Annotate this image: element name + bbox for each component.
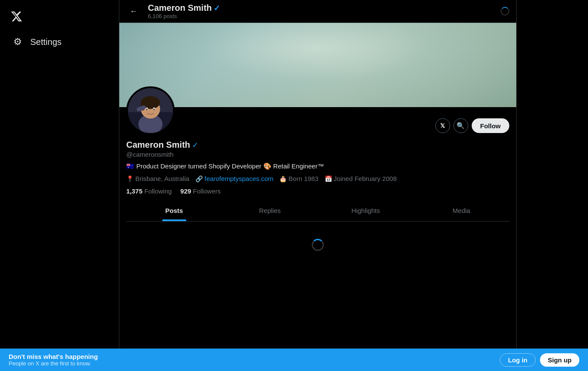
tab-highlights-label: Highlights xyxy=(352,207,380,214)
profile-location: 📍 Brisbane, Australia xyxy=(126,175,189,182)
nav-title-text: Cameron Smith xyxy=(148,3,212,13)
profile-name-row: Cameron Smith ✓ xyxy=(126,140,509,150)
loading-area xyxy=(119,222,516,268)
loading-spinner xyxy=(312,239,324,251)
tab-posts-label: Posts xyxy=(165,207,183,214)
location-icon: 📍 xyxy=(126,175,134,182)
link-icon: 🔗 xyxy=(195,175,203,182)
tab-highlights[interactable]: Highlights xyxy=(318,200,414,221)
tab-posts[interactable]: Posts xyxy=(126,200,222,221)
svg-point-10 xyxy=(153,108,155,111)
profile-handle: @cameronsmith xyxy=(126,151,509,158)
tab-replies-label: Replies xyxy=(259,207,281,214)
nav-title: Cameron Smith ✓ xyxy=(148,3,220,13)
profile-joined: 📅 Joined February 2008 xyxy=(325,175,397,182)
x-logo-button[interactable] xyxy=(5,5,28,28)
followers-count: 929 xyxy=(180,187,191,195)
bottom-bar-subtitle: People on X are the first to know. xyxy=(9,360,500,367)
sidebar: ⚙ Settings xyxy=(0,0,119,371)
following-label: Following xyxy=(144,187,172,195)
login-button[interactable]: Log in xyxy=(500,353,536,367)
search-icon: 🔍 xyxy=(457,122,465,130)
profile-verified-badge: ✓ xyxy=(192,140,198,150)
tab-media[interactable]: Media xyxy=(414,200,510,221)
location-text: Brisbane, Australia xyxy=(135,175,189,182)
search-profile-button[interactable]: 🔍 xyxy=(454,118,468,133)
main-content: ← Cameron Smith ✓ 6,106 posts xyxy=(119,0,517,371)
follow-button[interactable]: Follow xyxy=(472,118,510,133)
avatar-svg xyxy=(128,88,173,133)
bottom-bar: Don't miss what's happening People on X … xyxy=(0,349,588,371)
nav-verified-badge: ✓ xyxy=(214,3,220,13)
bottom-bar-text: Don't miss what's happening People on X … xyxy=(9,353,500,367)
profile-website[interactable]: 🔗 fearofemptyspaces.com xyxy=(195,175,273,182)
top-nav: ← Cameron Smith ✓ 6,106 posts xyxy=(119,0,516,23)
action-buttons: 𝕏 🔍 Follow xyxy=(435,118,510,135)
xl-icon-button[interactable]: 𝕏 xyxy=(435,118,450,133)
x-logo-icon xyxy=(10,10,22,22)
xl-icon: 𝕏 xyxy=(440,122,445,129)
following-stat[interactable]: 1,375 Following xyxy=(126,187,172,195)
sidebar-item-settings[interactable]: ⚙ Settings xyxy=(5,31,114,53)
nav-title-block: Cameron Smith ✓ 6,106 posts xyxy=(148,3,220,19)
avatar-actions-row: 𝕏 🔍 Follow xyxy=(126,86,509,135)
tab-media-label: Media xyxy=(453,207,470,214)
website-link[interactable]: fearofemptyspaces.com xyxy=(205,175,273,182)
profile-birthday: 🎂 Born 1983 xyxy=(279,175,318,182)
profile-bio: 🇦🇺 Product Designer turned Shopify Devel… xyxy=(126,162,509,171)
joined-text: Joined February 2008 xyxy=(334,175,397,182)
settings-icon: ⚙ xyxy=(12,36,23,48)
profile-meta: 📍 Brisbane, Australia 🔗 fearofemptyspace… xyxy=(126,175,509,182)
bottom-bar-actions: Log in Sign up xyxy=(500,353,579,367)
sidebar-item-settings-label: Settings xyxy=(30,37,61,47)
avatar xyxy=(126,86,175,135)
nav-subtitle: 6,106 posts xyxy=(148,13,220,19)
followers-label: Followers xyxy=(193,187,220,195)
right-panel xyxy=(517,0,588,371)
nav-right xyxy=(501,7,509,16)
signup-button[interactable]: Sign up xyxy=(540,353,579,367)
loading-spinner-top xyxy=(501,7,509,16)
stats-row: 1,375 Following 929 Followers xyxy=(126,187,509,195)
profile-tabs: Posts Replies Highlights Media xyxy=(126,200,509,222)
profile-section: 𝕏 🔍 Follow Cameron Smith ✓ @cameronsmith… xyxy=(119,107,516,222)
profile-name: Cameron Smith xyxy=(126,140,190,150)
avatar-art xyxy=(128,88,173,133)
svg-point-9 xyxy=(146,108,148,111)
born-text: Born 1983 xyxy=(288,175,318,182)
birthday-icon: 🎂 xyxy=(279,175,287,182)
tab-replies[interactable]: Replies xyxy=(222,200,318,221)
following-count: 1,375 xyxy=(126,187,143,195)
calendar-icon: 📅 xyxy=(325,175,332,182)
back-icon: ← xyxy=(130,7,137,16)
back-button[interactable]: ← xyxy=(126,4,141,19)
followers-stat[interactable]: 929 Followers xyxy=(180,187,220,195)
bottom-bar-title: Don't miss what's happening xyxy=(9,353,500,360)
